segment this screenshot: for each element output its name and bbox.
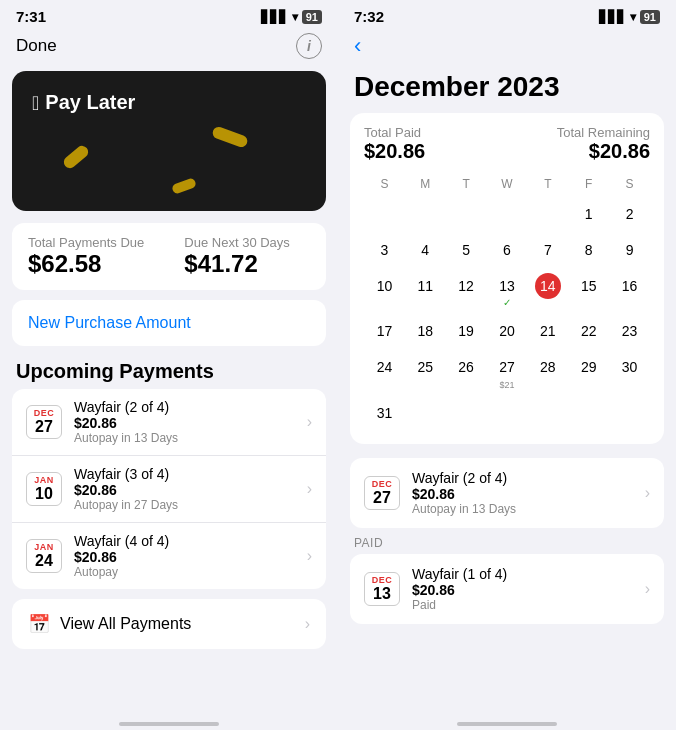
payment-item[interactable]: DEC 27 Wayfair (2 of 4) $20.86 Autopay i…	[12, 389, 326, 456]
left-time: 7:31	[16, 8, 46, 25]
new-purchase-section[interactable]: New Purchase Amount	[12, 300, 326, 346]
payment-sub: Autopay in 27 Days	[74, 498, 301, 512]
info-button[interactable]: i	[296, 33, 322, 59]
payment-date-badge: DEC 27	[26, 405, 62, 439]
payment-info: Wayfair (2 of 4) $20.86 Autopay in 13 Da…	[412, 470, 639, 516]
payment-chevron: ›	[307, 413, 312, 431]
payment-chevron: ›	[645, 484, 650, 502]
payment-month: JAN	[29, 542, 59, 552]
cal-day-header: T	[446, 175, 487, 193]
left-home-bar	[119, 722, 219, 726]
view-all-left: 📅 View All Payments	[28, 613, 191, 635]
cal-cell[interactable]: 25	[405, 350, 446, 394]
cal-cell[interactable]: 21	[527, 314, 568, 348]
cal-cell[interactable]: 18	[405, 314, 446, 348]
payment-sub: Autopay in 13 Days	[74, 431, 301, 445]
cal-total-paid: Total Paid $20.86	[364, 125, 425, 163]
right-time: 7:32	[354, 8, 384, 25]
cal-cell	[527, 396, 568, 430]
payment-day: 27	[29, 418, 59, 436]
cal-cell[interactable]: 3	[364, 233, 405, 267]
cal-cell[interactable]: 11	[405, 269, 446, 312]
payment-date-badge: JAN 10	[26, 472, 62, 506]
cal-cell[interactable]: 23	[609, 314, 650, 348]
left-home-indicator	[0, 710, 338, 730]
payment-amount: $20.86	[74, 415, 301, 431]
card-logo-text: Pay Later	[45, 91, 135, 114]
done-button[interactable]: Done	[16, 36, 57, 56]
payment-amount: $20.86	[74, 549, 301, 565]
payment-item[interactable]: JAN 24 Wayfair (4 of 4) $20.86 Autopay ›	[12, 523, 326, 589]
cal-cell[interactable]: 22	[568, 314, 609, 348]
cal-cell[interactable]: 8	[568, 233, 609, 267]
cal-cell[interactable]: 14	[527, 269, 568, 312]
cal-cell[interactable]: 10	[364, 269, 405, 312]
cal-total-paid-value: $20.86	[364, 140, 425, 163]
cal-cell[interactable]: 30	[609, 350, 650, 394]
cal-cell[interactable]: 17	[364, 314, 405, 348]
cal-cell	[405, 396, 446, 430]
payment-month: DEC	[367, 575, 397, 585]
cal-cell[interactable]: 20	[487, 314, 528, 348]
calendar-totals: Total Paid $20.86 Total Remaining $20.86	[364, 125, 650, 163]
right-home-indicator	[338, 710, 676, 730]
cal-cell[interactable]: 4	[405, 233, 446, 267]
cal-cell[interactable]: 6	[487, 233, 528, 267]
cal-cell[interactable]: 28	[527, 350, 568, 394]
info-icon: i	[307, 38, 311, 54]
right-status-icons: ▋▋▋ ▾ 91	[599, 10, 660, 24]
payment-amount: $20.86	[74, 482, 301, 498]
cal-cell[interactable]: 19	[446, 314, 487, 348]
paid-payment-item[interactable]: DEC 13 Wayfair (1 of 4) $20.86 Paid ›	[350, 554, 664, 624]
cal-cell[interactable]: 12	[446, 269, 487, 312]
cal-cell	[446, 396, 487, 430]
payment-sub: Autopay	[74, 565, 301, 579]
right-payment-item[interactable]: DEC 27 Wayfair (2 of 4) $20.86 Autopay i…	[350, 458, 664, 528]
right-status-bar: 7:32 ▋▋▋ ▾ 91	[338, 0, 676, 29]
payment-chevron: ›	[307, 547, 312, 565]
calendar-grid: SMTWTFS12345678910111213✓141516171819202…	[364, 175, 650, 430]
payment-item[interactable]: JAN 10 Wayfair (3 of 4) $20.86 Autopay i…	[12, 456, 326, 523]
cal-total-remaining-label: Total Remaining	[557, 125, 650, 140]
left-panel: 7:31 ▋▋▋ ▾ 91 Done i  Pay Later Total P…	[0, 0, 338, 730]
cal-cell[interactable]: 2	[609, 197, 650, 231]
payments-list: DEC 27 Wayfair (2 of 4) $20.86 Autopay i…	[12, 389, 326, 589]
payment-month: JAN	[29, 475, 59, 485]
view-all-payments[interactable]: 📅 View All Payments ›	[12, 599, 326, 649]
cal-cell[interactable]: 15	[568, 269, 609, 312]
card-logo:  Pay Later	[32, 91, 135, 114]
total-payments-due: Total Payments Due $62.58	[28, 235, 144, 278]
cal-cell	[487, 197, 528, 231]
apple-logo-icon: 	[32, 93, 39, 113]
cal-cell	[405, 197, 446, 231]
payment-info: Wayfair (2 of 4) $20.86 Autopay in 13 Da…	[74, 399, 301, 445]
cal-cell[interactable]: 7	[527, 233, 568, 267]
cal-cell	[487, 396, 528, 430]
paid-section-label: PAID	[350, 536, 664, 550]
payment-name: Wayfair (2 of 4)	[74, 399, 301, 415]
cal-cell[interactable]: 5	[446, 233, 487, 267]
cal-cell[interactable]: 16	[609, 269, 650, 312]
left-nav-bar: Done i	[0, 29, 338, 67]
left-status-bar: 7:31 ▋▋▋ ▾ 91	[0, 0, 338, 29]
totals-section: Total Payments Due $62.58 Due Next 30 Da…	[12, 223, 326, 290]
cal-cell[interactable]: 24	[364, 350, 405, 394]
cal-cell[interactable]: 26	[446, 350, 487, 394]
cal-cell[interactable]: 9	[609, 233, 650, 267]
cal-cell[interactable]: 1	[568, 197, 609, 231]
payment-day: 13	[367, 585, 397, 603]
new-purchase-text[interactable]: New Purchase Amount	[28, 314, 191, 331]
cal-cell	[527, 197, 568, 231]
due-next-30: Due Next 30 Days $41.72	[184, 235, 290, 278]
back-button[interactable]: ‹	[354, 33, 361, 59]
cal-cell[interactable]: 13✓	[487, 269, 528, 312]
cal-cell[interactable]: 31	[364, 396, 405, 430]
left-status-icons: ▋▋▋ ▾ 91	[261, 10, 322, 24]
payment-chevron: ›	[645, 580, 650, 598]
payment-amount: $20.86	[412, 486, 639, 502]
cal-cell	[568, 396, 609, 430]
payment-date-badge: DEC 13	[364, 572, 400, 606]
right-signal-icon: ▋▋▋	[599, 10, 626, 24]
cal-cell[interactable]: 27$21	[487, 350, 528, 394]
cal-cell[interactable]: 29	[568, 350, 609, 394]
